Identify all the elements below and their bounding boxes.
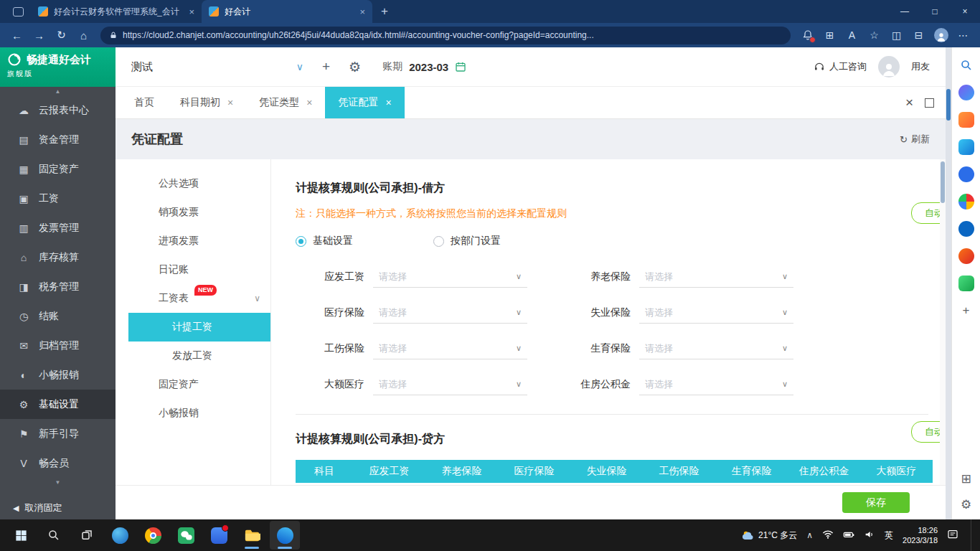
reload-icon[interactable]: ↻ bbox=[52, 26, 71, 45]
read-aloud-icon[interactable]: A bbox=[842, 26, 862, 45]
collections-icon[interactable]: ⊟ bbox=[909, 26, 928, 45]
close-tab-icon[interactable]: × bbox=[306, 97, 312, 108]
subnav-sales-invoice[interactable]: 销项发票 bbox=[116, 198, 270, 227]
taskbar-file-explorer-icon[interactable] bbox=[237, 521, 267, 550]
user-avatar[interactable] bbox=[878, 56, 900, 77]
subnav-common-options[interactable]: 公共选项 bbox=[116, 169, 270, 198]
weather-widget[interactable]: 21°C 多云 bbox=[741, 529, 797, 542]
sidebar-item-membership[interactable]: Ⅴ畅会员 bbox=[0, 448, 116, 478]
injury-insurance-select[interactable]: 请选择∨ bbox=[373, 338, 527, 359]
fullscreen-icon[interactable] bbox=[925, 98, 934, 108]
sidebar-scroll-down-icon[interactable]: ▼ bbox=[0, 478, 116, 486]
sidebar-item-closing[interactable]: ◷结账 bbox=[0, 301, 116, 331]
home-icon[interactable]: ⌂ bbox=[74, 26, 93, 45]
edge-add-app-icon[interactable]: + bbox=[958, 303, 974, 319]
sidebar-item-basic-settings[interactable]: ⚙基础设置 bbox=[0, 390, 116, 419]
radio-by-department[interactable]: 按部门设置 bbox=[433, 235, 501, 248]
task-view-icon[interactable] bbox=[72, 521, 102, 550]
page-scrollbar[interactable] bbox=[946, 47, 951, 519]
refresh-button[interactable]: ↻ 刷新 bbox=[900, 133, 930, 146]
edge-games-icon[interactable] bbox=[958, 194, 974, 209]
scrollbar-thumb[interactable] bbox=[941, 161, 945, 203]
calendar-icon[interactable] bbox=[455, 61, 466, 72]
save-button[interactable]: 保存 bbox=[842, 492, 910, 513]
accounting-period[interactable]: 账期 2023-03 bbox=[382, 60, 466, 73]
taskbar-app-store-icon[interactable] bbox=[105, 521, 135, 550]
unpin-sidebar-button[interactable]: ◀ 取消固定 bbox=[0, 496, 116, 519]
new-tab-button[interactable]: + bbox=[381, 4, 388, 19]
apps-grid-icon[interactable]: ⊞ bbox=[820, 26, 839, 45]
browser-profile-avatar[interactable] bbox=[931, 26, 951, 45]
close-window-button[interactable]: × bbox=[950, 0, 980, 23]
browser-menu-icon[interactable]: ⋯ bbox=[953, 26, 973, 45]
sidebar-item-salary[interactable]: ▣工资 bbox=[0, 184, 116, 213]
edge-copilot-icon[interactable] bbox=[958, 85, 974, 100]
close-tab-icon[interactable]: × bbox=[227, 97, 233, 108]
taskbar-edge-icon[interactable] bbox=[270, 521, 300, 550]
taskbar-search-icon[interactable] bbox=[39, 521, 69, 550]
org-selector[interactable]: 测试 ∨ bbox=[131, 60, 303, 74]
edge-outlook-icon[interactable] bbox=[958, 221, 974, 237]
tab-close-icon[interactable]: × bbox=[189, 6, 194, 17]
pension-insurance-select[interactable]: 请选择∨ bbox=[639, 266, 793, 288]
large-medical-select[interactable]: 请选择∨ bbox=[373, 374, 527, 395]
volume-icon[interactable] bbox=[864, 529, 875, 542]
worktab-home[interactable]: 首页 bbox=[121, 87, 167, 118]
split-screen-icon[interactable]: ◫ bbox=[887, 26, 906, 45]
settings-gear-icon[interactable]: ⚙ bbox=[349, 59, 361, 75]
start-button[interactable] bbox=[6, 521, 36, 550]
sidebar-item-inventory[interactable]: ⌂库存核算 bbox=[0, 242, 116, 272]
page-scrollbar-thumb[interactable] bbox=[946, 89, 951, 121]
worktab-opening-balance[interactable]: 科目期初× bbox=[167, 87, 246, 118]
subnav-expense[interactable]: 小畅报销 bbox=[116, 399, 270, 428]
sidebar-item-invoices[interactable]: ▥发票管理 bbox=[0, 213, 116, 242]
maternity-insurance-select[interactable]: 请选择∨ bbox=[639, 338, 793, 359]
support-link[interactable]: 人工咨询 bbox=[814, 60, 867, 73]
radio-basic-settings[interactable]: 基础设置 bbox=[296, 235, 353, 248]
subnav-journal[interactable]: 日记账 bbox=[116, 255, 270, 284]
taskbar-chrome-icon[interactable] bbox=[138, 521, 168, 550]
housing-fund-select[interactable]: 请选择∨ bbox=[639, 374, 793, 395]
tab-close-icon[interactable]: × bbox=[359, 6, 365, 17]
medical-insurance-select[interactable]: 请选择∨ bbox=[373, 302, 527, 324]
action-center-icon[interactable] bbox=[947, 529, 958, 542]
hidden-icons-chevron[interactable]: ∧ bbox=[806, 530, 813, 540]
subnav-salary-sheet[interactable]: 工资表 NEW ∨ bbox=[116, 284, 270, 313]
minimize-button[interactable]: — bbox=[890, 0, 920, 23]
subnav-accrue-salary[interactable]: 计提工资 bbox=[128, 313, 270, 342]
sidebar-item-funds[interactable]: ▤资金管理 bbox=[0, 125, 116, 154]
clock[interactable]: 18:26 2023/3/18 bbox=[903, 525, 938, 546]
sidebar-item-fixed-assets[interactable]: ▦固定资产 bbox=[0, 154, 116, 184]
browser-tab-1[interactable]: 好会计云财务软件管理系统_会计 × bbox=[31, 0, 202, 23]
address-bar[interactable]: https://cloud2.chanjet.com/accounting/uh… bbox=[100, 27, 791, 44]
input-language[interactable]: 英 bbox=[885, 529, 893, 542]
show-desktop-button[interactable] bbox=[971, 519, 974, 551]
edge-office-icon[interactable] bbox=[958, 248, 974, 264]
taskbar-wechat-icon[interactable] bbox=[171, 521, 201, 550]
sidebar-scroll-up-icon[interactable]: ▲ bbox=[0, 87, 116, 95]
notifications-blocked-icon[interactable] bbox=[798, 26, 817, 45]
edge-shopping-icon[interactable] bbox=[958, 112, 974, 128]
add-account-button[interactable]: + bbox=[322, 59, 330, 75]
back-icon[interactable]: ← bbox=[7, 26, 27, 45]
sidebar-item-archive[interactable]: ✉归档管理 bbox=[0, 331, 116, 360]
forward-icon[interactable]: → bbox=[29, 26, 49, 45]
edge-apps-grid-icon[interactable]: ⊞ bbox=[958, 471, 974, 486]
maximize-button[interactable]: □ bbox=[920, 0, 950, 23]
user-name[interactable]: 用友 bbox=[911, 60, 930, 73]
network-wifi-icon[interactable] bbox=[822, 529, 834, 542]
unemployment-insurance-select[interactable]: 请选择∨ bbox=[639, 302, 793, 324]
subnav-pay-salary[interactable]: 发放工资 bbox=[116, 342, 270, 370]
battery-icon[interactable] bbox=[843, 529, 854, 542]
edge-search-icon[interactable] bbox=[958, 57, 974, 73]
sidebar-item-cloud-reports[interactable]: ☁云报表中心 bbox=[0, 95, 116, 125]
content-scrollbar[interactable] bbox=[940, 159, 946, 485]
favorites-icon[interactable]: ☆ bbox=[864, 26, 884, 45]
worktab-voucher-type[interactable]: 凭证类型× bbox=[246, 87, 325, 118]
payable-wages-select[interactable]: 请选择∨ bbox=[373, 266, 527, 288]
subnav-fixed-assets[interactable]: 固定资产 bbox=[116, 370, 270, 399]
taskbar-messaging-icon[interactable] bbox=[204, 521, 234, 550]
edge-tools-icon[interactable] bbox=[958, 139, 974, 155]
edge-plant-icon[interactable] bbox=[958, 276, 974, 291]
close-tab-icon[interactable]: × bbox=[385, 97, 391, 108]
